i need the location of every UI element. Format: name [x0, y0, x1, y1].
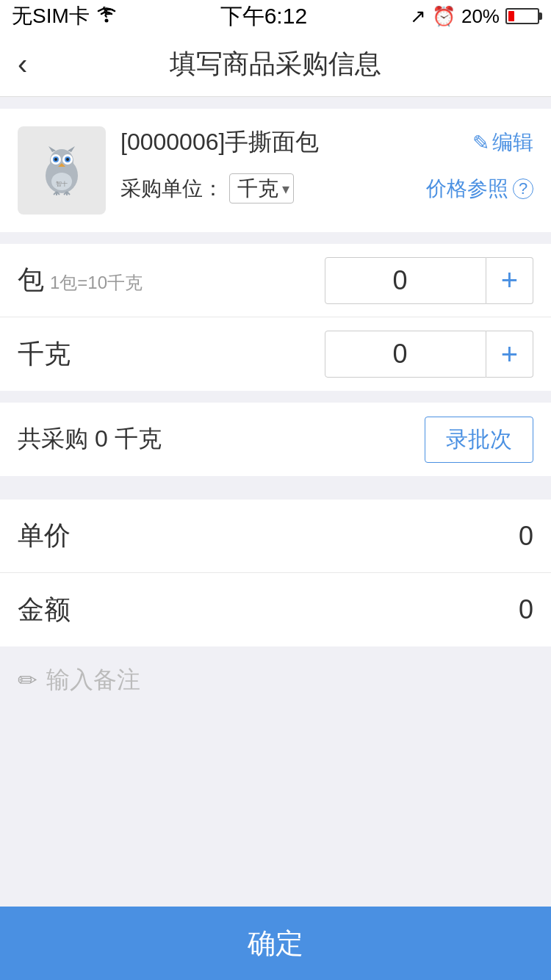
svg-point-9: [54, 158, 57, 161]
alarm-icon: ⏰: [432, 5, 455, 28]
edit-label: 编辑: [492, 129, 533, 156]
bao-plus-button[interactable]: +: [486, 257, 533, 304]
price-ref-button[interactable]: 价格参照 ?: [426, 175, 533, 203]
status-carrier: 无SIM卡: [12, 2, 118, 30]
price-section: 单价 0 金额 0: [0, 500, 551, 646]
notes-placeholder: 输入备注: [46, 664, 140, 696]
section-separator-2: [0, 391, 551, 403]
unit-select[interactable]: 千克: [229, 173, 294, 203]
svg-text:智十: 智十: [56, 181, 68, 187]
unit-price-label: 单价: [18, 518, 71, 554]
summary-text: 共采购 0 千克: [18, 423, 162, 455]
bao-sublabel: 1包=10千克: [50, 271, 143, 295]
unit-price-row: 单价 0: [0, 500, 551, 573]
confirm-button[interactable]: 确定: [0, 907, 551, 980]
bao-quantity-input[interactable]: [325, 257, 486, 304]
summary-row: 共采购 0 千克 录批次: [0, 403, 551, 476]
kg-input-group: +: [325, 331, 533, 378]
unit-price-value: 0: [519, 521, 533, 552]
kg-label: 千克: [18, 336, 71, 372]
product-name-row: [0000006]手撕面包 ✎ 编辑: [120, 126, 533, 159]
section-separator-3: [0, 476, 551, 488]
carrier-text: 无SIM卡: [12, 2, 90, 30]
bao-label-group: 包 1包=10千克: [18, 262, 143, 298]
quantity-section: 包 1包=10千克 + 千克 +: [0, 244, 551, 391]
edit-button[interactable]: ✎ 编辑: [472, 129, 533, 156]
bao-input-group: +: [325, 257, 533, 304]
product-image: 智十: [18, 126, 106, 215]
svg-point-0: [104, 19, 108, 23]
product-name: [0000006]手撕面包: [120, 126, 319, 159]
status-bar: 无SIM卡 下午6:12 ↗ ⏰ 20%: [0, 0, 551, 32]
location-icon: ↗: [410, 5, 426, 28]
question-icon: ?: [513, 179, 533, 199]
nav-bar: ‹ 填写商品采购信息: [0, 32, 551, 97]
kg-plus-button[interactable]: +: [486, 331, 533, 378]
status-right: ↗ ⏰ 20%: [410, 5, 539, 28]
unit-select-wrap[interactable]: 千克 ▾: [229, 173, 294, 203]
back-button[interactable]: ‹: [18, 48, 27, 81]
battery-percent: 20%: [461, 5, 500, 28]
batch-button[interactable]: 录批次: [425, 417, 533, 463]
page-title: 填写商品采购信息: [170, 46, 381, 82]
amount-row: 金额 0: [0, 573, 551, 646]
svg-marker-3: [48, 146, 56, 152]
main-content: 智十 [0000006]手撕面包 ✎ 编辑 采购单位： 千克: [0, 109, 551, 980]
bao-label: 包: [18, 262, 44, 298]
amount-label: 金额: [18, 592, 71, 628]
product-card: 智十 [0000006]手撕面包 ✎ 编辑 采购单位： 千克: [0, 109, 551, 232]
quantity-row-kg: 千克 +: [0, 317, 551, 391]
notes-section[interactable]: ✏ 输入备注: [0, 646, 551, 714]
amount-value: 0: [519, 594, 533, 625]
pencil-icon: ✏: [18, 666, 37, 694]
product-thumbnail: 智十: [29, 137, 95, 203]
edit-icon: ✎: [472, 131, 489, 155]
svg-marker-4: [68, 146, 75, 152]
quantity-row-bao: 包 1包=10千克 +: [0, 244, 551, 317]
unit-row: 采购单位： 千克 ▾ 价格参照 ?: [120, 173, 533, 203]
section-separator-1: [0, 232, 551, 244]
price-ref-label: 价格参照: [426, 175, 508, 203]
wifi-icon: [96, 4, 118, 28]
kg-quantity-input[interactable]: [325, 331, 486, 378]
unit-label: 采购单位：: [120, 175, 223, 203]
status-time: 下午6:12: [220, 1, 307, 32]
content-spacer: [0, 714, 551, 934]
svg-point-10: [66, 158, 69, 161]
battery-icon: [505, 8, 539, 24]
product-info: [0000006]手撕面包 ✎ 编辑 采购单位： 千克 ▾: [120, 126, 533, 203]
